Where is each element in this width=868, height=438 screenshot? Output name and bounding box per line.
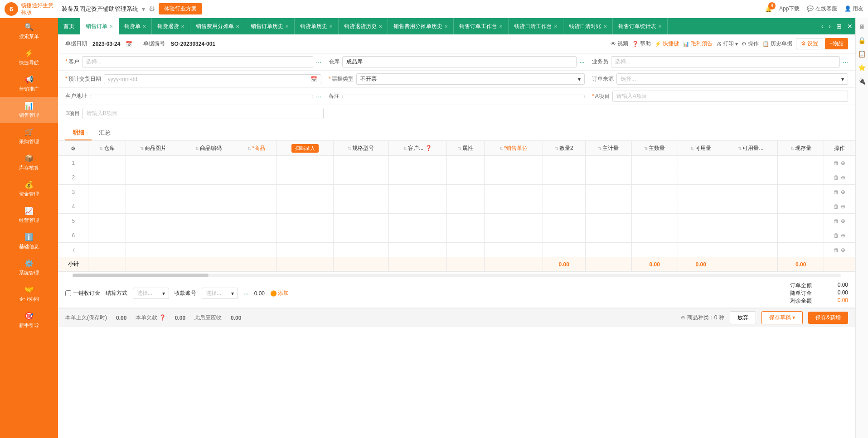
row-cell-1-11[interactable] xyxy=(585,156,631,170)
row-cell-6-5[interactable] xyxy=(277,228,334,243)
row-copy-4[interactable]: ⊕ xyxy=(841,203,845,210)
row-cell-7-3[interactable] xyxy=(181,243,236,257)
sidebar-item-资金管理[interactable]: 💰资金管理 xyxy=(0,176,58,202)
row-cell-6-1[interactable] xyxy=(88,228,126,243)
save-new-btn[interactable]: 保存&新增 xyxy=(808,312,848,324)
row-cell-1-8[interactable] xyxy=(447,156,485,170)
payment-method-select[interactable]: 选择... ▾ xyxy=(133,288,169,299)
row-cell-1-12[interactable] xyxy=(631,156,678,170)
row-cell-1-9[interactable] xyxy=(484,156,543,170)
right-icon-star[interactable]: ⭐ xyxy=(857,63,867,72)
row-cell-6-11[interactable] xyxy=(585,228,631,243)
col-main-qty[interactable]: ⇅主数量 xyxy=(631,141,678,156)
row-cell-5-6[interactable] xyxy=(334,214,389,228)
scan-btn[interactable]: 扫码录入 xyxy=(291,144,319,153)
row-action-1[interactable]: 🗑 ⊕ xyxy=(824,156,855,170)
salesperson-input[interactable]: 选择... xyxy=(611,56,840,67)
row-cell-6-14[interactable] xyxy=(724,228,777,243)
row-action-7[interactable]: 🗑 ⊕ xyxy=(824,243,855,257)
row-cell-4-13[interactable] xyxy=(678,199,724,214)
payment-ellipsis[interactable]: ··· xyxy=(243,290,249,297)
row-cell-7-15[interactable] xyxy=(778,243,824,257)
tab-8[interactable]: 销售费用分摊单历史✕ xyxy=(388,18,454,34)
row-action-2[interactable]: 🗑 ⊕ xyxy=(824,170,855,185)
col-product-img[interactable]: ⇅商品图片 xyxy=(126,141,181,156)
row-cell-4-10[interactable] xyxy=(543,199,585,214)
row-cell-3-3[interactable] xyxy=(181,185,236,199)
shortcut-btn[interactable]: ⚡ 快捷键 xyxy=(655,40,679,48)
col-customer-code[interactable]: ⇅客户... ❓ xyxy=(388,141,447,156)
one-click-checkbox[interactable] xyxy=(65,290,71,296)
tab-next-btn[interactable]: › xyxy=(826,23,834,30)
row-cell-6-13[interactable] xyxy=(678,228,724,243)
tab-summary[interactable]: 汇总 xyxy=(92,126,118,140)
col-main-unit[interactable]: ⇅主计量 xyxy=(585,141,631,156)
tab-7[interactable]: 销货退货历史✕ xyxy=(339,18,388,34)
tab-0[interactable]: 首页 xyxy=(58,18,80,34)
sidebar-item-系统管理[interactable]: ⚙️系统管理 xyxy=(0,255,58,281)
order-source-select[interactable]: 选择... ▾ xyxy=(616,73,848,85)
row-cell-4-9[interactable] xyxy=(484,199,543,214)
row-cell-3-5[interactable] xyxy=(277,185,334,199)
row-cell-5-15[interactable] xyxy=(778,214,824,228)
row-copy-2[interactable]: ⊕ xyxy=(841,174,845,181)
bank-account-select[interactable]: 选择... ▾ xyxy=(202,288,238,299)
tab-6[interactable]: 销货单历史✕ xyxy=(295,18,339,34)
row-cell-4-5[interactable] xyxy=(277,199,334,214)
tab-close-1[interactable]: ✕ xyxy=(109,24,113,29)
row-cell-7-14[interactable] xyxy=(724,243,777,257)
row-cell-7-13[interactable] xyxy=(678,243,724,257)
row-cell-4-15[interactable] xyxy=(778,199,824,214)
row-delete-4[interactable]: 🗑 xyxy=(834,203,839,210)
tab-menu-btn[interactable]: ⊞ xyxy=(834,23,844,30)
col-product-code[interactable]: ⇅商品编码 xyxy=(181,141,236,156)
row-cell-1-7[interactable] xyxy=(388,156,447,170)
one-click-label[interactable]: 一键收订金 xyxy=(65,289,100,297)
row-cell-2-7[interactable] xyxy=(388,170,447,185)
row-cell-5-9[interactable] xyxy=(484,214,543,228)
col-scan[interactable]: 扫码录入 xyxy=(277,141,334,156)
warehouse-input[interactable]: 成品库 xyxy=(342,56,577,67)
row-action-6[interactable]: 🗑 ⊕ xyxy=(824,228,855,243)
row-cell-6-15[interactable] xyxy=(778,228,824,243)
warehouse-ellipsis[interactable]: ··· xyxy=(579,58,585,66)
tab-close-all-btn[interactable]: ✕ xyxy=(844,23,855,30)
tab-11[interactable]: 钱货日清对账✕ xyxy=(563,18,613,34)
settings-form-btn[interactable]: ⚙ 设置 xyxy=(796,38,823,49)
row-cell-4-7[interactable] xyxy=(388,199,447,214)
view-btn[interactable]: 👁 视频 xyxy=(611,40,628,48)
row-copy-6[interactable]: ⊕ xyxy=(841,232,845,239)
row-cell-3-11[interactable] xyxy=(585,185,631,199)
tab-12[interactable]: 销售订单统计表✕ xyxy=(613,18,668,34)
row-copy-5[interactable]: ⊕ xyxy=(841,218,845,224)
row-delete-5[interactable]: 🗑 xyxy=(834,218,839,224)
row-cell-6-9[interactable] xyxy=(484,228,543,243)
row-cell-1-14[interactable] xyxy=(724,156,777,170)
row-cell-1-1[interactable] xyxy=(88,156,126,170)
tab-close-2[interactable]: ✕ xyxy=(142,24,146,29)
row-cell-5-5[interactable] xyxy=(277,214,334,228)
delivery-date-input[interactable]: yyyy-mm-dd 📅 xyxy=(104,74,321,84)
row-cell-5-13[interactable] xyxy=(678,214,724,228)
row-cell-5-14[interactable] xyxy=(724,214,777,228)
row-cell-2-10[interactable] xyxy=(543,170,585,185)
row-cell-7-2[interactable] xyxy=(126,243,181,257)
row-cell-4-8[interactable] xyxy=(447,199,485,214)
row-cell-3-2[interactable] xyxy=(126,185,181,199)
tab-9[interactable]: 销售订单工作台✕ xyxy=(454,18,509,34)
discard-btn[interactable]: 放弃 xyxy=(730,311,756,324)
row-cell-7-4[interactable] xyxy=(236,243,277,257)
row-cell-5-4[interactable] xyxy=(236,214,277,228)
row-cell-2-3[interactable] xyxy=(181,170,236,185)
row-cell-5-3[interactable] xyxy=(181,214,236,228)
operation-btn[interactable]: ⚙ 操作 xyxy=(742,40,759,48)
col-attributes[interactable]: ⇅属性 xyxy=(447,141,485,156)
right-icon-monitor[interactable]: 🖥 xyxy=(857,22,867,32)
row-cell-5-1[interactable] xyxy=(88,214,126,228)
row-cell-6-8[interactable] xyxy=(447,228,485,243)
tab-detail[interactable]: 明细 xyxy=(65,126,92,140)
row-cell-3-9[interactable] xyxy=(484,185,543,199)
row-copy-1[interactable]: ⊕ xyxy=(841,160,845,166)
history-btn[interactable]: 📋 历史单据 xyxy=(762,40,792,48)
trial-btn[interactable]: 体验行业方案 xyxy=(159,3,202,14)
